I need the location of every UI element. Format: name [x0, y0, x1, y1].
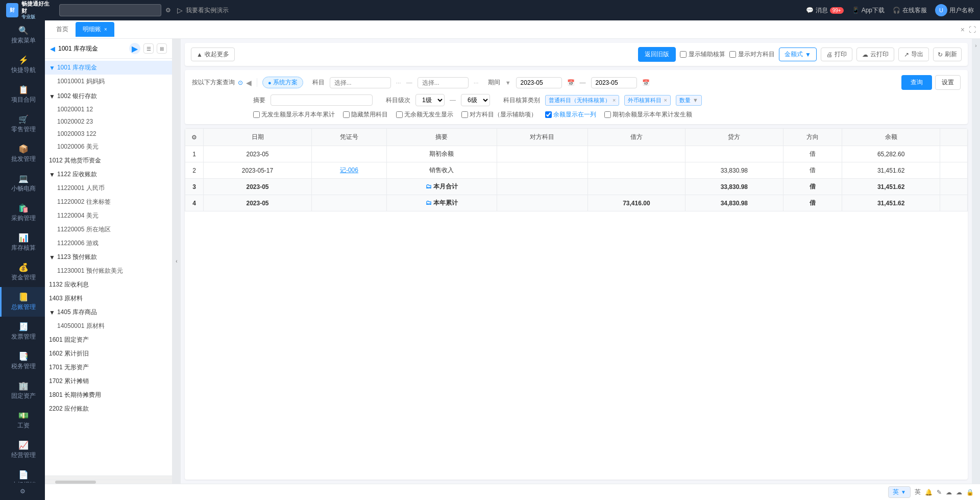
collapse-panel-btn[interactable]: ‹	[173, 39, 181, 484]
level-from-select[interactable]: 1级2级3级	[415, 94, 445, 106]
table-settings-icon[interactable]: ⚙	[191, 134, 197, 141]
sidebar-item-tax[interactable]: 📑 税务管理	[0, 346, 45, 376]
sidebar-item-report[interactable]: 📄 小畅报销	[0, 465, 45, 483]
bottom-action-edit[interactable]: ✎	[937, 489, 942, 496]
cb2-label[interactable]: 隐藏禁用科目	[343, 110, 388, 119]
bottom-action-cloud2[interactable]: ☁	[956, 489, 962, 496]
user-profile[interactable]: U 用户名称	[935, 4, 974, 16]
cb6[interactable]	[604, 111, 611, 118]
tree-item-1012[interactable]: 1012 其他货币资金	[45, 154, 172, 168]
tab-expand-btn[interactable]: ⛶	[969, 26, 976, 34]
tree-item-1601[interactable]: 1601 固定资产	[45, 333, 172, 347]
sidebar-item-purchase[interactable]: 🛍️ 采购管理	[0, 198, 45, 228]
bottom-action-notification[interactable]: 🔔	[925, 489, 933, 496]
tab-close-btn[interactable]: ×	[961, 26, 965, 34]
tree-item-2202[interactable]: 2202 应付账款	[45, 402, 172, 416]
cb1[interactable]	[253, 111, 260, 118]
quantity-tag-close[interactable]: ▼	[693, 97, 698, 103]
cb6-label[interactable]: 期初余额显示本年累计发生额	[604, 110, 692, 119]
message-btn[interactable]: 💬 消息 99+	[806, 6, 844, 15]
tree-item-1002[interactable]: ▼ 1002 银行存款	[45, 89, 172, 103]
cb3-label[interactable]: 无余额无发生显示	[396, 110, 453, 119]
quantity-tag[interactable]: 数量 ▼	[676, 95, 702, 106]
tree-item-1122[interactable]: ▼ 1122 应收账款	[45, 168, 172, 181]
category-tag-1[interactable]: 普通科目（无特殊核算） ×	[545, 95, 619, 106]
tree-item-1001[interactable]: ▼ 1001 库存现金	[45, 61, 172, 75]
subject-input[interactable]	[330, 77, 391, 88]
refresh-btn[interactable]: ↻ 刷新	[933, 47, 962, 61]
cb5-label[interactable]: 余额显示在一列	[545, 110, 596, 119]
show-aux-checkbox[interactable]: 显示辅助核算	[680, 50, 725, 59]
tree-item-1403[interactable]: 1403 原材料	[45, 292, 172, 305]
tree-item-1801[interactable]: 1801 长期待摊费用	[45, 388, 172, 402]
tree-item-14050001[interactable]: 14050001 原材料	[45, 319, 172, 333]
period-calendar-icon[interactable]: 📅	[567, 79, 575, 86]
sidebar-item-ledger[interactable]: 📒 总账管理	[0, 287, 45, 317]
export-btn[interactable]: ↗ 导出	[898, 47, 929, 61]
tree-item-11220001[interactable]: 11220001 人民币	[45, 181, 172, 195]
cb4-label[interactable]: 对方科目（显示辅助项）	[461, 110, 537, 119]
bottom-action-lang[interactable]: 英	[915, 488, 921, 496]
tree-item-11220002[interactable]: 11220002 往来标签	[45, 195, 172, 209]
lang-switcher[interactable]: 英 ▼	[888, 486, 911, 498]
cb3[interactable]	[396, 111, 403, 118]
summary-input[interactable]	[271, 94, 373, 106]
tree-item-1405[interactable]: ▼ 1405 库存商品	[45, 305, 172, 319]
voucher-link[interactable]: 记-006	[340, 166, 358, 174]
tree-hscrollbar[interactable]	[45, 480, 172, 484]
tree-item-10010001[interactable]: 10010001 妈妈妈	[45, 75, 172, 88]
tree-item-11230001[interactable]: 11230001 预付账款美元	[45, 264, 172, 278]
tree-list-view[interactable]: ☰	[143, 43, 154, 54]
bottom-action-lock[interactable]: 🔒	[966, 489, 974, 496]
show-contra-input[interactable]	[729, 51, 736, 58]
sidebar-item-ecommerce[interactable]: 💻 小畅电商	[0, 169, 45, 198]
setting-btn[interactable]: 设置	[935, 75, 961, 90]
tab-home[interactable]: 首页	[49, 22, 76, 37]
th-settings[interactable]: ⚙	[185, 129, 204, 146]
cb1-label[interactable]: 无发生额显示本月本年累计	[253, 110, 335, 119]
tree-item-1132[interactable]: 1132 应收利息	[45, 278, 172, 292]
sidebar-item-salary[interactable]: 💵 工资	[0, 406, 45, 435]
tree-item-10020001[interactable]: 10020001 12	[45, 103, 172, 115]
back-old-btn[interactable]: 返回旧版	[638, 47, 676, 62]
online-service-btn[interactable]: 🎧 在线客服	[893, 6, 927, 15]
amount-style-btn[interactable]: 金额式 ▼	[779, 47, 817, 61]
tree-item-1702[interactable]: 1702 累计摊销	[45, 374, 172, 388]
period-end-calendar-icon[interactable]: 📅	[642, 79, 650, 86]
print-btn[interactable]: 🖨 打印	[821, 47, 852, 61]
bottom-action-cloud1[interactable]: ☁	[946, 489, 952, 496]
level-to-select[interactable]: 6级5级4级	[461, 94, 490, 106]
sidebar-item-capital[interactable]: 💰 资金管理	[0, 257, 45, 287]
category-tag-1-close[interactable]: ×	[612, 97, 616, 103]
expand-more-btn[interactable]: ▲ 收起更多	[191, 47, 235, 61]
tree-item-1602[interactable]: 1602 累计折旧	[45, 347, 172, 361]
tree-item-1701[interactable]: 1701 无形资产	[45, 361, 172, 374]
sidebar-item-project[interactable]: 📋 项目合同	[0, 80, 45, 109]
tree-item-10020003[interactable]: 10020003 122	[45, 128, 172, 140]
cb2[interactable]	[343, 111, 350, 118]
scheme-settings-icon[interactable]: ⊙	[238, 79, 243, 86]
period-start-input[interactable]	[516, 77, 562, 88]
sidebar-item-wholesale[interactable]: 📦 批发管理	[0, 139, 45, 169]
right-panel-expand[interactable]: ›	[972, 39, 980, 484]
demo-link[interactable]: ▷ 我要看实例演示	[177, 6, 229, 15]
sidebar-settings[interactable]: ⚙	[0, 483, 45, 500]
sidebar-item-invoice[interactable]: 🧾 发票管理	[0, 317, 45, 346]
sidebar-item-inventory[interactable]: 📊 库存核算	[0, 228, 45, 257]
tree-item-10020002[interactable]: 10020002 23	[45, 115, 172, 128]
sidebar-item-fixed[interactable]: 🏢 固定资产	[0, 376, 45, 406]
sidebar-item-search[interactable]: 🔍 搜索菜单	[0, 20, 45, 50]
tab-close-icon[interactable]: ×	[104, 27, 107, 32]
settings-gear[interactable]: ⚙	[165, 7, 171, 14]
top-search-input[interactable]	[59, 4, 161, 16]
tree-grid-view[interactable]: ⊞	[157, 43, 167, 54]
sidebar-item-quick-nav[interactable]: ⚡ 快捷导航	[0, 50, 45, 80]
tab-ledger[interactable]: 明细账 ×	[76, 22, 114, 37]
cb4[interactable]	[461, 111, 468, 118]
query-btn[interactable]: 查询	[901, 75, 932, 90]
tree-item-11220006[interactable]: 11220006 游戏	[45, 236, 172, 250]
sidebar-item-retail[interactable]: 🛒 零售管理	[0, 109, 45, 139]
category-tag-2[interactable]: 外币核算科目 ×	[624, 95, 670, 106]
scheme-item[interactable]: ● 系统方案	[262, 77, 303, 88]
tree-nav-arrow[interactable]: ▶	[129, 43, 140, 54]
